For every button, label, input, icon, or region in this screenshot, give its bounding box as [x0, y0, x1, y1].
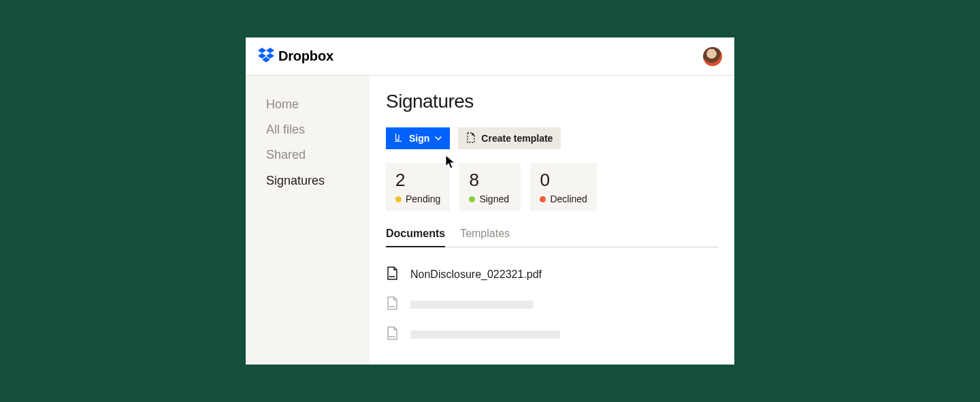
svg-marker-0 — [258, 48, 266, 53]
tab-documents[interactable]: Documents — [386, 228, 445, 247]
sidebar-item-shared[interactable]: Shared — [266, 142, 370, 168]
document-sign-icon — [386, 296, 398, 313]
stats-row: 2 Pending 8 Signed 0 — [386, 163, 718, 211]
document-sign-icon — [386, 266, 398, 283]
tabs: Documents Templates — [386, 228, 718, 247]
status-dot-declined — [540, 196, 546, 202]
dropbox-logo-icon — [258, 48, 274, 65]
document-row-placeholder — [386, 290, 718, 320]
topbar: Dropbox — [246, 37, 734, 76]
stat-declined-count: 0 — [540, 170, 587, 191]
signature-icon — [394, 133, 404, 144]
stat-declined-label: Declined — [550, 194, 587, 204]
app-window: Dropbox Home All files Shared Signatures… — [246, 37, 734, 365]
sign-button[interactable]: Sign — [386, 127, 450, 149]
brand[interactable]: Dropbox — [258, 48, 333, 65]
stat-pending[interactable]: 2 Pending — [386, 163, 450, 211]
app-body: Home All files Shared Signatures Signatu… — [246, 76, 734, 365]
chevron-down-icon — [435, 133, 442, 144]
action-bar: Sign Create template — [386, 127, 718, 149]
status-dot-signed — [469, 196, 475, 202]
create-template-label: Create template — [481, 133, 553, 144]
create-template-button[interactable]: Create template — [458, 127, 561, 149]
page-title: Signatures — [386, 91, 718, 112]
document-row[interactable]: NonDisclosure_022321.pdf — [386, 260, 718, 290]
placeholder-text — [410, 300, 533, 309]
placeholder-text — [410, 330, 560, 339]
stat-declined[interactable]: 0 Declined — [530, 163, 596, 211]
document-row-placeholder — [386, 320, 718, 350]
avatar[interactable] — [703, 47, 722, 66]
sidebar-item-all-files[interactable]: All files — [266, 117, 370, 142]
main-content: Signatures Sign — [370, 76, 734, 365]
stat-pending-label: Pending — [406, 194, 440, 204]
sign-button-label: Sign — [409, 133, 429, 144]
sidebar-item-signatures[interactable]: Signatures — [266, 168, 370, 194]
svg-marker-1 — [266, 48, 274, 53]
document-name: NonDisclosure_022321.pdf — [410, 268, 542, 281]
document-list: NonDisclosure_022321.pdf — [386, 260, 718, 350]
stat-signed-count: 8 — [469, 170, 511, 191]
tab-templates[interactable]: Templates — [460, 228, 510, 247]
stat-signed-label: Signed — [479, 194, 509, 204]
sidebar-item-home[interactable]: Home — [266, 92, 370, 117]
template-icon — [466, 132, 476, 145]
document-sign-icon — [386, 326, 398, 343]
stat-pending-count: 2 — [395, 170, 440, 191]
stat-signed[interactable]: 8 Signed — [459, 163, 521, 211]
brand-name: Dropbox — [278, 48, 333, 64]
status-dot-pending — [395, 196, 402, 202]
sidebar: Home All files Shared Signatures — [246, 76, 370, 365]
